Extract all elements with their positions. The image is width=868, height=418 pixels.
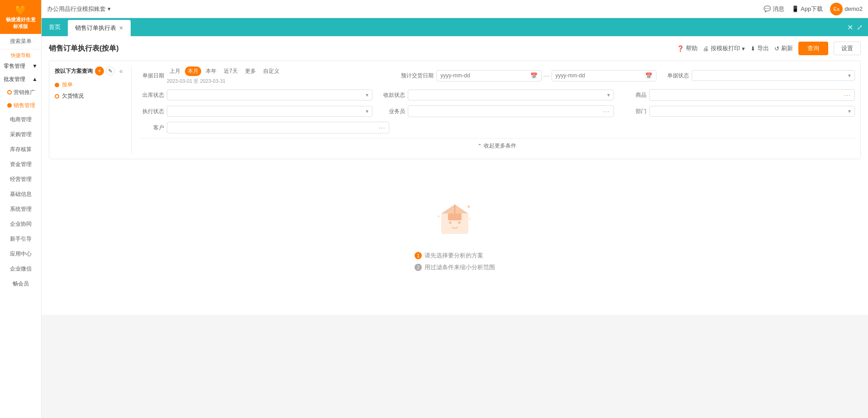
sidebar-item-ecommerce[interactable]: 电商管理 bbox=[0, 112, 41, 127]
page-wrapper: 销售订单执行表(按单) ❓ 帮助 🖨 按模板打印 ▾ ⬇ 导出 bbox=[42, 36, 868, 315]
tip-item-2: 2 用过滤条件来缩小分析范围 bbox=[415, 261, 495, 273]
status-select[interactable]: ▾ bbox=[692, 70, 855, 81]
user-avatar-area[interactable]: Ea demo2 bbox=[830, 3, 863, 15]
exec-status-select[interactable]: ▾ bbox=[167, 106, 373, 117]
topbar: 办公用品行业模拟账套 ▾ 💬 消息 📱 App下载 Ea demo2 bbox=[42, 0, 868, 18]
dot-icon bbox=[7, 90, 12, 95]
date-range-label: 2023-03-01 至 2023-03-31 bbox=[167, 78, 394, 85]
filter-wrapper: 按以下方案查询 + ✎ « 按单 欠货情况 bbox=[49, 61, 861, 159]
sidebar-search[interactable]: 搜索菜单 bbox=[0, 34, 41, 49]
date-tab-more[interactable]: 更多 bbox=[242, 66, 259, 76]
tab-close-icon[interactable]: ✕ bbox=[119, 25, 123, 31]
filter-plan-by-debt[interactable]: 欠货情况 bbox=[55, 90, 126, 102]
account-dropdown[interactable]: 办公用品行业模拟账套 ▾ bbox=[47, 5, 111, 13]
app-logo[interactable]: 🧡 畅捷通好生意 标准版 bbox=[0, 0, 41, 34]
date-tab-7days[interactable]: 近7天 bbox=[221, 66, 241, 76]
filter-row-3: 执行状态 ▾ 业务员 ··· bbox=[139, 105, 855, 117]
setting-button[interactable]: 设置 bbox=[834, 42, 861, 55]
edit-plan-btn[interactable]: ✎ bbox=[106, 66, 115, 76]
goods-input[interactable]: ··· bbox=[649, 89, 855, 101]
date-label: 单据日期 bbox=[139, 72, 164, 80]
query-button[interactable]: 查询 bbox=[798, 42, 828, 55]
filter-field-expected-date: 预计交货日期 📅 — 📅 bbox=[401, 70, 656, 81]
goods-more-icon[interactable]: ··· bbox=[844, 91, 851, 99]
sidebar-item-app-center[interactable]: 应用中心 bbox=[0, 247, 41, 261]
delivery-status-select[interactable]: ▾ bbox=[167, 90, 373, 100]
exec-status-label: 执行状态 bbox=[139, 108, 164, 115]
dept-select[interactable]: ▾ bbox=[649, 106, 855, 117]
topbar-left: 办公用品行业模拟账套 ▾ bbox=[47, 5, 111, 13]
sidebar-item-member[interactable]: 畅会员 bbox=[0, 276, 41, 291]
app-download-btn[interactable]: 📱 App下载 bbox=[792, 5, 823, 13]
salesperson-more-icon[interactable]: ··· bbox=[603, 108, 610, 115]
customer-input[interactable]: ··· bbox=[167, 122, 389, 133]
expected-date-end[interactable] bbox=[556, 72, 643, 79]
filter-row-4: 客户 ··· bbox=[139, 122, 855, 133]
date-tab-this-year[interactable]: 本年 bbox=[203, 66, 219, 76]
window-expand-icon[interactable]: ⤢ bbox=[857, 23, 863, 32]
filter-left-icons: + ✎ « bbox=[95, 66, 126, 76]
chevron-down-icon: ▾ bbox=[108, 5, 111, 12]
expected-date-start-wrap: 📅 bbox=[436, 70, 541, 81]
sidebar-item-wholesale[interactable]: 批发管理 ▲ bbox=[0, 73, 41, 86]
calendar-end-icon[interactable]: 📅 bbox=[645, 72, 652, 79]
salesperson-input[interactable]: ··· bbox=[408, 105, 613, 117]
page-actions: ❓ 帮助 🖨 按模板打印 ▾ ⬇ 导出 ↺ 刷新 bbox=[677, 42, 861, 55]
collection-status-select[interactable]: ▾ bbox=[408, 90, 613, 100]
filter-left-title: 按以下方案查询 bbox=[55, 67, 93, 75]
filter-row-2: 出库状态 ▾ 收款状态 ▾ bbox=[139, 89, 855, 101]
quick-nav[interactable]: 快捷导航 bbox=[0, 49, 41, 60]
sidebar-item-system[interactable]: 系统管理 bbox=[0, 202, 41, 217]
add-plan-btn[interactable]: + bbox=[95, 66, 104, 76]
date-tab-last-month[interactable]: 上月 bbox=[167, 66, 183, 76]
sidebar-item-enterprise[interactable]: 企业协同 bbox=[0, 217, 41, 232]
filter-field-exec-status: 执行状态 ▾ bbox=[139, 106, 373, 117]
delivery-status-label: 出库状态 bbox=[139, 91, 164, 99]
date-tab-custom[interactable]: 自定义 bbox=[260, 66, 282, 76]
refresh-btn[interactable]: ↺ 刷新 bbox=[774, 44, 793, 52]
collapse-icon: ⌃ bbox=[477, 143, 482, 149]
print-btn[interactable]: 🖨 按模板打印 ▾ bbox=[703, 44, 745, 52]
sidebar-item-wechat[interactable]: 企业微信 bbox=[0, 261, 41, 276]
refresh-icon: ↺ bbox=[774, 45, 779, 52]
sidebar-item-retail[interactable]: 零售管理 ▼ bbox=[0, 60, 41, 73]
topbar-right: 💬 消息 📱 App下载 Ea demo2 bbox=[764, 3, 863, 15]
help-btn[interactable]: ❓ 帮助 bbox=[677, 44, 698, 52]
sidebar-item-sales[interactable]: 销售管理 bbox=[0, 99, 41, 112]
sidebar-item-newbie[interactable]: 新手引导 bbox=[0, 232, 41, 247]
sidebar-item-finance[interactable]: 资金管理 bbox=[0, 157, 41, 172]
export-icon: ⬇ bbox=[750, 45, 755, 52]
customer-more-icon[interactable]: ··· bbox=[379, 124, 386, 131]
empty-image: ✦ ✦ ✦ bbox=[432, 195, 477, 241]
message-btn[interactable]: 💬 消息 bbox=[764, 5, 784, 13]
expected-date-range: 📅 — 📅 bbox=[436, 70, 656, 81]
dept-label: 部门 bbox=[621, 108, 646, 115]
collapse-panel-btn[interactable]: « bbox=[117, 66, 126, 76]
sidebar-item-operations[interactable]: 经营管理 bbox=[0, 172, 41, 187]
dept-dropdown-icon: ▾ bbox=[848, 108, 851, 114]
date-tab-this-month[interactable]: 本月 bbox=[185, 66, 201, 76]
filter-left-panel: 按以下方案查询 + ✎ « 按单 欠货情况 bbox=[55, 66, 132, 153]
collapse-more-btn[interactable]: ⌃ 收起更多条件 bbox=[139, 138, 855, 153]
print-icon: 🖨 bbox=[703, 45, 709, 52]
filter-field-goods: 商品 ··· bbox=[621, 89, 855, 101]
export-btn[interactable]: ⬇ 导出 bbox=[750, 44, 769, 52]
filter-left-header: 按以下方案查询 + ✎ « bbox=[55, 66, 126, 76]
expected-date-start[interactable] bbox=[440, 72, 528, 79]
window-close-icon[interactable]: ✕ bbox=[847, 23, 853, 32]
sidebar-item-inventory[interactable]: 库存核算 bbox=[0, 142, 41, 157]
tip-num-1: 1 bbox=[415, 252, 422, 259]
sidebar-item-basic[interactable]: 基础信息 bbox=[0, 187, 41, 202]
salesperson-label: 业务员 bbox=[380, 108, 405, 115]
exec-dropdown-icon: ▾ bbox=[366, 108, 368, 114]
tabbar: 首页 销售订单执行表 ✕ ✕ ⤢ bbox=[42, 18, 868, 36]
calendar-start-icon[interactable]: 📅 bbox=[530, 72, 538, 79]
sidebar: 🧡 畅捷通好生意 标准版 搜索菜单 快捷导航 零售管理 ▼ 批发管理 ▲ 营销推… bbox=[0, 0, 42, 418]
tab-home[interactable]: 首页 bbox=[42, 18, 68, 36]
filter-plan-by-order[interactable]: 按单 bbox=[55, 79, 126, 90]
svg-point-5 bbox=[458, 221, 461, 224]
expected-date-end-wrap: 📅 bbox=[552, 70, 656, 81]
tab-sales-order[interactable]: 销售订单执行表 ✕ bbox=[68, 20, 131, 36]
sidebar-item-purchase[interactable]: 采购管理 bbox=[0, 127, 41, 142]
sidebar-item-marketing[interactable]: 营销推广 bbox=[0, 86, 41, 99]
